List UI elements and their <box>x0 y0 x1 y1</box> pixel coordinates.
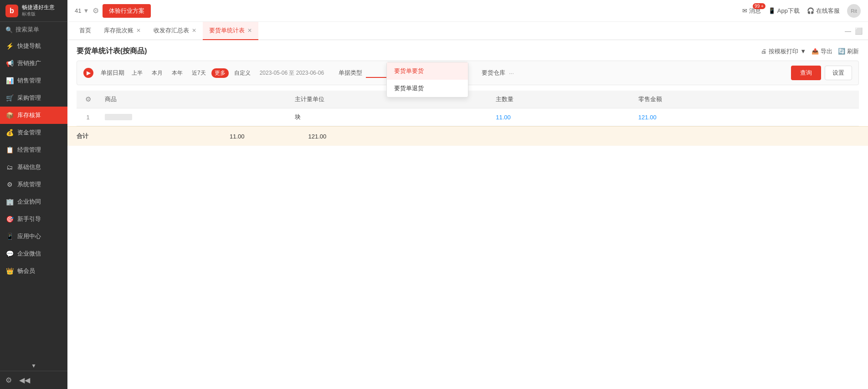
sidebar-item-quick-nav[interactable]: ⚡ 快捷导航 <box>0 37 67 55</box>
trial-btn[interactable]: 体验行业方案 <box>103 4 151 18</box>
warehouse-filter-dots[interactable]: ··· <box>509 70 514 77</box>
topbar: 41 ▼ ⚙ 体验行业方案 ✉ 消息 99 + 📱 App下载 🎧 在线客服 R… <box>67 0 868 22</box>
export-btn[interactable]: 📤 导出 <box>812 47 832 56</box>
footer-amount: 121.00 <box>308 133 327 140</box>
tab-close-receipt-summary[interactable]: ✕ <box>192 27 196 34</box>
tab-close-batch-account[interactable]: ✕ <box>136 27 141 34</box>
dropdown-item-yh-return[interactable]: 要货单退货 <box>387 80 468 97</box>
guide-icon: 🎯 <box>5 215 14 223</box>
member-icon: 👑 <box>5 267 14 275</box>
user-avatar[interactable]: Rit <box>847 4 861 18</box>
logo-text: 畅捷通好生意 标准版 <box>22 4 55 18</box>
row-amount[interactable]: 121.00 <box>633 108 805 126</box>
enterprise-icon: 🏢 <box>5 198 14 206</box>
maximize-icon[interactable]: ⬜ <box>855 27 863 35</box>
filter-date-group: 单据日期 上半 本月 本年 近7天 更多 自定义 2023-05-06 至 20… <box>101 68 324 78</box>
headset-icon: 🎧 <box>807 7 814 14</box>
sidebar-item-appstore[interactable]: 📱 应用中心 <box>0 228 67 245</box>
dropdown-item-yh-order[interactable]: 要货单要货 <box>387 62 468 80</box>
date-btn-last-7[interactable]: 近7天 <box>188 68 210 78</box>
tabbar: 首页 库存批次账 ✕ 收发存汇总表 ✕ 要货单统计表 ✕ — ⬜ <box>67 22 868 40</box>
minimize-icon[interactable]: — <box>845 27 851 35</box>
print-btn[interactable]: 🖨 按模板打印 ▼ <box>761 47 806 56</box>
print-icon: 🖨 <box>761 48 767 55</box>
sidebar-item-enterprise[interactable]: 🏢 企业协同 <box>0 193 67 210</box>
row-unit: 块 <box>289 108 491 126</box>
sidebar-item-marketing[interactable]: 📢 营销推广 <box>0 55 67 72</box>
store-selector[interactable]: 41 ▼ <box>75 7 89 14</box>
sidebar-item-basic[interactable]: 🗂 基础信息 <box>0 159 67 176</box>
product-placeholder <box>105 114 132 120</box>
tab-close-order-stats[interactable]: ✕ <box>247 27 252 34</box>
sidebar-scroll-down[interactable]: ▼ <box>0 361 67 371</box>
type-filter-label: 单据类型 <box>339 69 362 77</box>
row-quantity[interactable]: 11.00 <box>490 108 633 126</box>
sidebar-item-wechat[interactable]: 💬 企业微信 <box>0 245 67 262</box>
date-filter-label: 单据日期 <box>101 69 124 77</box>
sidebar-item-finance[interactable]: 💰 资金管理 <box>0 124 67 141</box>
col-amount: 零售金额 <box>633 91 805 108</box>
sidebar-footer: ⚙ ◀◀ <box>0 371 67 389</box>
filter-settings-btn[interactable]: 设置 <box>825 66 852 80</box>
sidebar-search[interactable]: 🔍 搜索菜单 <box>0 22 67 37</box>
page-header: 要货单统计表(按商品) 🖨 按模板打印 ▼ 📤 导出 🔄 刷新 <box>67 40 868 61</box>
sidebar-logo: b 畅捷通好生意 标准版 <box>0 0 67 22</box>
date-btn-custom[interactable]: 自定义 <box>231 68 254 78</box>
main-content: 41 ▼ ⚙ 体验行业方案 ✉ 消息 99 + 📱 App下载 🎧 在线客服 R… <box>67 0 868 389</box>
date-btn-last-half[interactable]: 上半 <box>128 68 146 78</box>
purchase-icon: 🛒 <box>5 94 14 102</box>
page-content: 要货单统计表(按商品) 🖨 按模板打印 ▼ 📤 导出 🔄 刷新 ▶ <box>67 40 868 389</box>
date-btn-more[interactable]: 更多 <box>211 68 229 78</box>
sidebar-item-operation[interactable]: 📋 经营管理 <box>0 141 67 159</box>
filter-date-btns: 上半 本月 本年 近7天 更多 自定义 <box>128 68 254 78</box>
settings-footer-icon[interactable]: ⚙ <box>5 376 12 384</box>
refresh-icon: 🔄 <box>838 48 845 55</box>
table-row: 1 块 11.00 121.00 <box>77 108 859 126</box>
filter-actions: 查询 设置 <box>791 66 852 80</box>
search-icon: 🔍 <box>5 26 13 33</box>
online-service-btn[interactable]: 🎧 在线客服 <box>807 7 840 15</box>
col-extra <box>805 91 859 108</box>
store-dropdown-icon: ▼ <box>83 7 89 14</box>
collapse-icon[interactable]: ◀◀ <box>19 376 30 384</box>
appstore-icon: 📱 <box>5 232 14 241</box>
footer-quantity: 11.00 <box>230 133 245 140</box>
row-product <box>99 108 289 126</box>
table-column-settings-icon[interactable]: ⚙ <box>85 95 91 103</box>
app-download-btn[interactable]: 📱 App下载 <box>768 7 800 15</box>
refresh-btn[interactable]: 🔄 刷新 <box>838 47 859 56</box>
filter-date-range: 2023-05-06 至 2023-06-06 <box>260 69 324 77</box>
row-index: 1 <box>77 108 99 126</box>
footer-label: 合计 <box>77 132 88 140</box>
sidebar-item-inventory[interactable]: 📦 库存核算 <box>0 107 67 124</box>
tab-batch-account[interactable]: 库存批次账 ✕ <box>98 22 147 40</box>
type-dropdown: 要货单要货 要货单退货 <box>386 62 468 97</box>
messages-btn[interactable]: ✉ 消息 99 + <box>742 7 761 15</box>
topbar-right: ✉ 消息 99 + 📱 App下载 🎧 在线客服 Rit <box>742 4 861 18</box>
app-download-icon: 📱 <box>768 7 776 14</box>
sidebar-item-purchase[interactable]: 🛒 采购管理 <box>0 89 67 107</box>
tab-receipt-summary[interactable]: 收发存汇总表 ✕ <box>147 22 203 40</box>
finance-icon: 💰 <box>5 128 14 137</box>
operation-icon: 📋 <box>5 146 14 154</box>
sidebar-item-sales[interactable]: 📊 销售管理 <box>0 72 67 89</box>
filter-warehouse-group: 要货仓库 ··· <box>482 69 514 77</box>
sidebar: b 畅捷通好生意 标准版 🔍 搜索菜单 ⚡ 快捷导航 📢 营销推广 📊 销售管理… <box>0 0 67 389</box>
sidebar-item-system[interactable]: ⚙ 系统管理 <box>0 176 67 193</box>
sidebar-item-member[interactable]: 👑 畅会员 <box>0 262 67 280</box>
sidebar-item-guide[interactable]: 🎯 新手引导 <box>0 210 67 228</box>
inventory-icon: 📦 <box>5 111 14 119</box>
date-btn-this-year[interactable]: 本年 <box>168 68 186 78</box>
system-icon: ⚙ <box>5 180 14 189</box>
tab-order-stats[interactable]: 要货单统计表 ✕ <box>203 22 258 40</box>
page-actions: 🖨 按模板打印 ▼ 📤 导出 🔄 刷新 <box>761 47 859 56</box>
topbar-left: 41 ▼ ⚙ 体验行业方案 <box>75 4 737 18</box>
table-body: 1 块 11.00 121.00 <box>77 108 859 126</box>
sidebar-nav: ⚡ 快捷导航 📢 营销推广 📊 销售管理 🛒 采购管理 📦 库存核算 💰 资金管… <box>0 37 67 361</box>
topbar-settings-icon[interactable]: ⚙ <box>92 6 99 15</box>
logo-icon: b <box>5 5 18 17</box>
filter-expand-btn[interactable]: ▶ <box>83 68 93 78</box>
date-btn-this-month[interactable]: 本月 <box>148 68 166 78</box>
search-btn[interactable]: 查询 <box>791 66 821 80</box>
tab-home[interactable]: 首页 <box>73 22 98 40</box>
